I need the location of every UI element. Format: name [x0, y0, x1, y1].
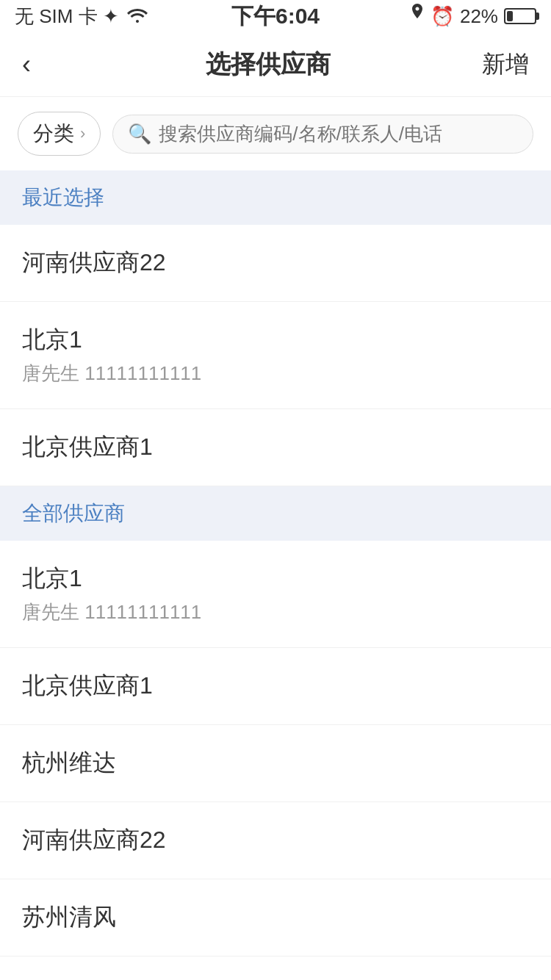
status-left: 无 SIM 卡 ✦ [15, 4, 148, 29]
item-name: 北京1 [22, 563, 529, 595]
all-section-header: 全部供应商 [0, 486, 551, 541]
search-box[interactable]: 🔍 [112, 115, 533, 154]
battery-icon [504, 8, 536, 24]
list-item[interactable]: 河南供应商22 [0, 225, 551, 302]
add-button[interactable]: 新增 [470, 48, 529, 81]
filter-bar: 分类 › 🔍 [0, 97, 551, 170]
location-icon [410, 4, 425, 29]
category-button[interactable]: 分类 › [18, 112, 101, 156]
list-item[interactable]: 北京供应商1 [0, 648, 551, 725]
item-name: 北京1 [22, 324, 529, 356]
list-item[interactable]: 北京1唐先生 11111111111 [0, 541, 551, 648]
back-button[interactable]: ‹ [22, 49, 66, 80]
nav-bar: ‹ 选择供应商 新增 [0, 32, 551, 97]
recent-list: 河南供应商22北京1唐先生 11111111111北京供应商1 [0, 225, 551, 486]
item-name: 河南供应商22 [22, 247, 529, 279]
page-title: 选择供应商 [206, 48, 331, 82]
item-name: 北京供应商1 [22, 431, 529, 464]
wifi-icon [126, 5, 148, 28]
chevron-right-icon: › [80, 124, 85, 143]
all-section-label: 全部供应商 [22, 502, 125, 525]
alarm-icon: ⏰ [431, 5, 454, 28]
list-item[interactable]: 北京供应商1 [0, 409, 551, 486]
list-item[interactable]: 苏州清风 [0, 879, 551, 956]
category-label: 分类 [33, 120, 74, 148]
item-name: 苏州清风 [22, 901, 529, 934]
item-name: 北京供应商1 [22, 670, 529, 702]
item-sub: 唐先生 11111111111 [22, 361, 529, 386]
status-right: ⏰ 22% [410, 4, 536, 29]
recent-section-label: 最近选择 [22, 186, 104, 209]
list-item[interactable]: 北京1唐先生 11111111111 [0, 302, 551, 409]
search-input[interactable] [159, 123, 518, 145]
sim-label: 无 SIM 卡 ✦ [15, 4, 119, 29]
search-icon: 🔍 [128, 123, 151, 145]
status-bar: 无 SIM 卡 ✦ 下午6:04 ⏰ 22% [0, 0, 551, 32]
item-name: 杭州维达 [22, 747, 529, 779]
status-time: 下午6:04 [231, 1, 320, 32]
item-sub: 唐先生 11111111111 [22, 599, 529, 625]
recent-section-header: 最近选择 [0, 170, 551, 225]
list-item[interactable]: 杭州维达 [0, 725, 551, 802]
battery-percent: 22% [460, 5, 498, 28]
item-name: 河南供应商22 [22, 824, 529, 857]
all-list: 北京1唐先生 11111111111北京供应商1杭州维达河南供应商22苏州清风 [0, 541, 551, 956]
list-item[interactable]: 河南供应商22 [0, 802, 551, 879]
